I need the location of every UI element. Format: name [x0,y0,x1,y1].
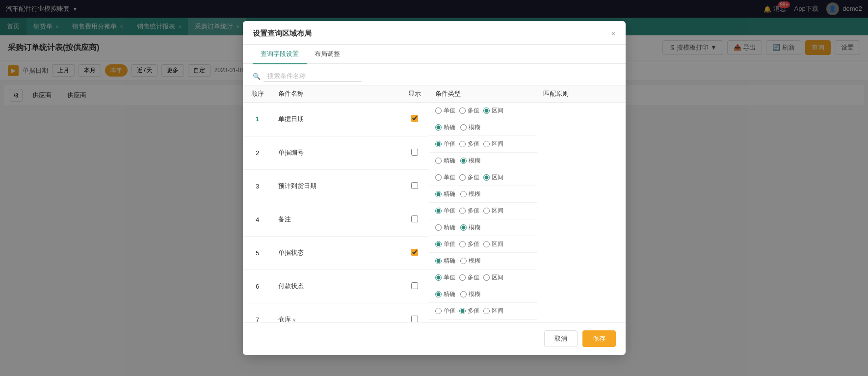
type-single-radio[interactable] [435,241,442,247]
table-row: 7仓库 ∨ 单值 多值 区间 精确 模糊 [243,303,626,322]
type-multi-label[interactable]: 多值 [459,273,479,282]
modal-tab-layout[interactable]: 布局调整 [307,45,348,64]
type-multi-label[interactable]: 多值 [459,207,479,215]
type-multi-label[interactable]: 多值 [459,307,479,315]
type-single-radio[interactable] [435,274,442,281]
match-fuzzy-label[interactable]: 模糊 [460,123,480,132]
type-single-label[interactable]: 单值 [435,240,455,248]
type-range-label[interactable]: 区间 [483,107,503,115]
type-multi-label[interactable]: 多值 [459,107,479,115]
type-range-label[interactable]: 区间 [483,273,503,282]
match-fuzzy-label[interactable]: 模糊 [460,190,480,198]
type-multi-label[interactable]: 多值 [459,240,479,248]
type-single-radio[interactable] [435,174,442,181]
cell-order: 1 [243,103,272,136]
cancel-btn[interactable]: 取消 [544,330,578,347]
type-range-radio[interactable] [483,107,490,114]
table-row: 4备注 单值 多值 区间 精确 模糊 [243,203,626,236]
cell-display [400,169,429,203]
match-exact-radio[interactable] [435,224,442,231]
match-exact-label[interactable]: 精确 [435,123,455,132]
match-fuzzy-label[interactable]: 模糊 [460,223,480,232]
match-exact-label[interactable]: 精确 [435,223,455,232]
type-range-radio[interactable] [483,141,490,147]
type-range-label[interactable]: 区间 [483,207,503,215]
display-checkbox[interactable] [411,115,418,122]
display-checkbox[interactable] [411,215,418,222]
match-fuzzy-radio[interactable] [460,224,467,231]
type-range-label[interactable]: 区间 [483,240,503,248]
cell-type: 单值 多值 区间 [429,269,537,286]
type-range-radio[interactable] [483,274,490,281]
modal-close-btn[interactable]: × [611,29,615,44]
type-single-radio[interactable] [435,141,442,147]
type-multi-label[interactable]: 多值 [459,173,479,182]
type-single-label[interactable]: 单值 [435,107,455,115]
type-range-radio[interactable] [483,208,490,214]
display-checkbox[interactable] [411,182,418,189]
type-single-label[interactable]: 单值 [435,207,455,215]
type-single-radio[interactable] [435,208,442,214]
type-range-radio[interactable] [483,308,490,314]
match-fuzzy-label[interactable]: 模糊 [460,290,480,298]
modal-title: 设置查询区域布局 [253,29,312,44]
match-exact-radio[interactable] [435,124,442,131]
type-multi-label[interactable]: 多值 [459,140,479,148]
type-range-radio[interactable] [483,174,490,181]
modal-tab-query-fields[interactable]: 查询字段设置 [253,45,307,64]
type-multi-radio[interactable] [459,107,466,114]
cell-name: 仓库 ∨ [272,303,400,322]
match-fuzzy-radio[interactable] [460,191,467,197]
type-multi-radio[interactable] [459,274,466,281]
type-single-label[interactable]: 单值 [435,140,455,148]
match-fuzzy-label[interactable]: 模糊 [460,157,480,165]
save-btn[interactable]: 保存 [582,330,616,347]
match-fuzzy-radio[interactable] [460,124,467,131]
match-exact-label[interactable]: 精确 [435,190,455,198]
cell-name: 付款状态 [272,269,400,303]
type-single-label[interactable]: 单值 [435,307,455,315]
match-fuzzy-radio[interactable] [460,258,467,264]
match-exact-label[interactable]: 精确 [435,257,455,265]
match-exact-radio[interactable] [435,191,442,197]
type-range-label[interactable]: 区间 [483,173,503,182]
type-multi-radio[interactable] [459,174,466,181]
type-multi-radio[interactable] [459,308,466,314]
type-range-label[interactable]: 区间 [483,307,503,315]
condition-name: 单据状态 [278,249,304,256]
match-fuzzy-label[interactable]: 模糊 [460,257,480,265]
order-num: 7 [256,316,259,322]
cell-type: 单值 多值 区间 [429,136,537,153]
table-row: 5单据状态 单值 多值 区间 精确 模糊 [243,236,626,269]
match-exact-radio[interactable] [435,158,442,164]
match-exact-label[interactable]: 精确 [435,290,455,298]
type-multi-radio[interactable] [459,241,466,247]
match-fuzzy-radio[interactable] [460,291,467,297]
modal-overlay[interactable]: 设置查询区域布局 × 查询字段设置 布局调整 🔍 顺序 条件名称 显示 [0,0,868,376]
cell-name: 单据日期 [272,103,400,136]
modal-tabs: 查询字段设置 布局调整 [243,45,626,64]
type-range-label[interactable]: 区间 [483,140,503,148]
condition-name: 备注 [278,215,291,223]
type-multi-radio[interactable] [459,208,466,214]
match-exact-radio[interactable] [435,258,442,264]
match-fuzzy-radio[interactable] [460,158,467,164]
match-exact-label[interactable]: 精确 [435,157,455,165]
type-single-radio[interactable] [435,107,442,114]
match-exact-radio[interactable] [435,291,442,297]
search-input[interactable] [263,70,362,82]
modal-header: 设置查询区域布局 × [243,21,626,45]
type-single-radio[interactable] [435,308,442,314]
display-checkbox[interactable] [411,316,418,322]
display-checkbox[interactable] [411,249,418,256]
type-single-label[interactable]: 单值 [435,273,455,282]
cell-match: 精确 模糊 [429,219,537,236]
cell-type: 单值 多值 区间 [429,103,537,119]
display-checkbox[interactable] [411,282,418,289]
type-range-radio[interactable] [483,241,490,247]
order-num: 2 [256,149,259,157]
display-checkbox[interactable] [411,149,418,156]
type-multi-radio[interactable] [459,141,466,147]
type-single-label[interactable]: 单值 [435,173,455,182]
order-num: 6 [256,283,259,290]
